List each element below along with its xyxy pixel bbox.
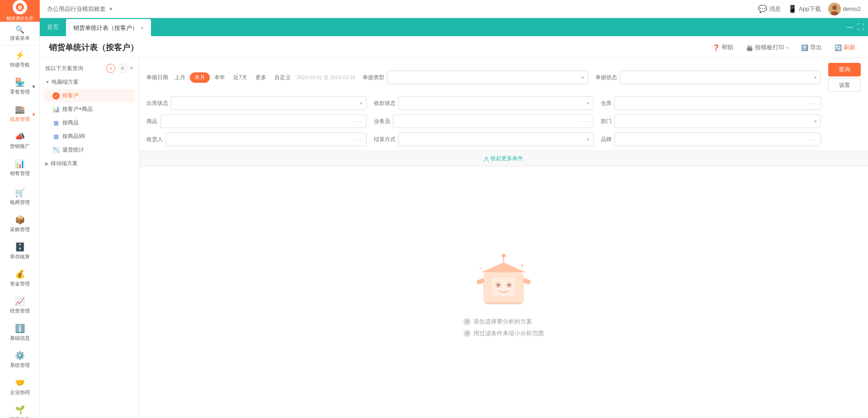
scheme-mobile-arrow-icon: ▶ bbox=[45, 161, 49, 166]
date-tab-custom[interactable]: 自定义 bbox=[271, 72, 294, 83]
svg-rect-8 bbox=[492, 278, 515, 296]
empty-tip-1: ① 请先选择要分析的方案 bbox=[463, 316, 544, 328]
warehouse-control[interactable]: ··· bbox=[614, 96, 821, 110]
mobile-icon: 📱 bbox=[788, 5, 797, 13]
settlement-label: 结算方式 bbox=[374, 136, 396, 143]
receiver-control[interactable]: ··· bbox=[165, 133, 367, 146]
content-body: 按以下方案查询 + ⚙ « ▼ 电脑端方案 ✓ 按客户 bbox=[40, 57, 868, 418]
setting-button[interactable]: 设置 bbox=[828, 78, 861, 92]
sidebar-item-sales[interactable]: 📊 销售管理 bbox=[0, 154, 40, 181]
date-label: 单据日期 bbox=[146, 74, 168, 81]
salesperson-control[interactable]: ··· bbox=[393, 114, 594, 128]
date-tab-7days[interactable]: 近7天 bbox=[230, 72, 251, 83]
tab-maximize-button[interactable]: ⛶ bbox=[857, 23, 864, 31]
scheme-collapse-button[interactable]: « bbox=[130, 64, 133, 73]
scheme-settings-button[interactable]: ⚙ bbox=[118, 64, 127, 73]
sidebar-item-finance[interactable]: 💰 资金管理 bbox=[0, 265, 40, 292]
department-chevron-icon: ▾ bbox=[814, 119, 817, 124]
tab-home[interactable]: 首页 bbox=[40, 18, 66, 36]
collection-control[interactable]: ▾ bbox=[398, 96, 594, 110]
date-tab-this-year[interactable]: 本年 bbox=[211, 72, 229, 83]
scheme-desktop-arrow-icon: ▼ bbox=[45, 80, 50, 85]
empty-tip-2: ② 用过滤条件来缩小分析范围 bbox=[463, 328, 544, 339]
wholesale-arrow-icon: ▲ bbox=[32, 111, 36, 116]
department-control[interactable]: ▾ bbox=[614, 114, 821, 128]
page-header: 销货单统计表（按客户） ❓ 帮助 🖨️ 按模板打印 ▾ ⬆️ 导出 🔄 刷新 bbox=[40, 36, 868, 57]
date-tab-this-month[interactable]: 本月 bbox=[190, 72, 210, 83]
scheme-desktop-header[interactable]: ▼ 电脑端方案 bbox=[43, 76, 135, 89]
collapse-bar[interactable]: ⋀ 收起更多条件 bbox=[139, 151, 868, 166]
export-button[interactable]: ⬆️ 导出 bbox=[797, 42, 826, 53]
svg-point-3 bbox=[832, 5, 837, 10]
goods-label: 商品 bbox=[146, 118, 157, 125]
tab-close-icon[interactable]: × bbox=[141, 25, 144, 31]
status-control[interactable]: ▾ bbox=[620, 71, 821, 84]
scheme-add-button[interactable]: + bbox=[106, 64, 115, 73]
basic-icon: ℹ️ bbox=[15, 323, 25, 333]
tab-sales-stats[interactable]: 销货单统计表（按客户） × bbox=[66, 19, 151, 37]
out-status-chevron-icon: ▾ bbox=[360, 100, 363, 106]
settlement-chevron-icon: ▾ bbox=[587, 137, 590, 142]
settlement-control[interactable]: ▾ bbox=[398, 133, 594, 146]
collapse-up-icon: ⋀ bbox=[484, 156, 489, 162]
app-download-button[interactable]: 📱 App下载 bbox=[788, 5, 821, 13]
sidebar-logo[interactable]: 捷 畅捷通好生意 bbox=[0, 0, 40, 22]
user-profile-button[interactable]: demo2 bbox=[828, 3, 861, 15]
brand-control[interactable]: ··· bbox=[614, 133, 821, 146]
scheme-item-by-goods-99[interactable]: ▦ 按商品99 bbox=[43, 130, 135, 143]
sidebar-item-retail[interactable]: 🏪 零售管理 ▼ bbox=[0, 73, 40, 100]
collection-status-filter: 收款状态 ▾ bbox=[374, 96, 594, 110]
help-button[interactable]: ❓ 帮助 bbox=[709, 42, 737, 53]
sidebar-item-wholesale[interactable]: 🏬 批发管理 ▲ bbox=[0, 100, 40, 127]
type-chevron-icon: ▾ bbox=[581, 75, 584, 81]
logo-icon: 捷 bbox=[13, 0, 27, 14]
refresh-icon: 🔄 bbox=[835, 44, 842, 51]
empty-svg: ✦ ✦ ✦ bbox=[470, 245, 538, 309]
system-icon: ⚙️ bbox=[15, 351, 25, 361]
sidebar-item-enterprise[interactable]: 🤝 企业协同 bbox=[0, 373, 40, 400]
header-right: 💬 消息 📱 App下载 demo2 bbox=[758, 3, 861, 15]
scheme-item-by-customer[interactable]: ✓ 按客户 bbox=[43, 89, 135, 102]
sidebar-item-marketing[interactable]: 📣 营销推广 bbox=[0, 127, 40, 154]
scheme-mobile-header[interactable]: ▶ 移动端方案 bbox=[43, 157, 135, 170]
type-control[interactable]: ▾ bbox=[387, 71, 588, 84]
scheme-item-by-goods[interactable]: ▦ 按商品 bbox=[43, 116, 135, 129]
refresh-button[interactable]: 🔄 刷新 bbox=[831, 42, 859, 53]
scheme-item-by-customer-goods[interactable]: 📊 按客户+商品 bbox=[43, 103, 135, 116]
out-status-filter: 出库状态 ▾ bbox=[146, 96, 367, 110]
query-button[interactable]: 查询 bbox=[828, 63, 861, 76]
filter-row-2: 出库状态 ▾ 收款状态 ▾ 仓库 bbox=[146, 96, 861, 110]
sidebar-item-inventory[interactable]: 🗄️ 库存核算 bbox=[0, 238, 40, 265]
search-menu-button[interactable]: 🔍 搜索菜单 bbox=[0, 22, 40, 46]
sales-icon: 📊 bbox=[15, 159, 25, 169]
dropdown-arrow-icon[interactable]: ▾ bbox=[109, 5, 113, 12]
scheme-table-icon: ▦ bbox=[52, 119, 60, 127]
goods-control[interactable]: ··· bbox=[160, 114, 367, 128]
sidebar-item-quick-nav[interactable]: ⚡ 快捷导航 bbox=[0, 46, 40, 73]
out-status-control[interactable]: ▾ bbox=[171, 96, 367, 110]
tab-minimize-button[interactable]: — bbox=[846, 23, 854, 31]
top-header: 办公用品行业模拟账套 ▾ 💬 消息 📱 App下载 demo2 bbox=[40, 0, 868, 18]
sidebar-item-purchase[interactable]: 📦 采购管理 bbox=[0, 210, 40, 238]
sidebar-item-basic[interactable]: ℹ️ 基础信息 bbox=[0, 319, 40, 346]
empty-illustration: ✦ ✦ ✦ bbox=[470, 245, 538, 309]
template-print-chevron: ▾ bbox=[786, 45, 788, 50]
receiver-label: 收货人 bbox=[146, 136, 163, 143]
receiver-filter: 收货人 ··· bbox=[146, 133, 367, 146]
sidebar-item-newbie[interactable]: 🌱 新手引导 bbox=[0, 400, 40, 418]
main-area: 办公用品行业模拟账套 ▾ 💬 消息 📱 App下载 demo2 首页 bbox=[40, 0, 868, 418]
date-tab-more[interactable]: 更多 bbox=[252, 72, 270, 83]
scheme-desktop-label: 电脑端方案 bbox=[52, 78, 79, 86]
page-content: 销货单统计表（按客户） ❓ 帮助 🖨️ 按模板打印 ▾ ⬆️ 导出 🔄 刷新 bbox=[40, 36, 868, 418]
scheme-item-return-stats[interactable]: 📉 退货统计 bbox=[43, 143, 135, 157]
sidebar-item-operation[interactable]: 📈 经营管理 bbox=[0, 292, 40, 319]
sidebar-item-system[interactable]: ⚙️ 系统管理 bbox=[0, 346, 40, 373]
salesperson-label: 业务员 bbox=[374, 118, 390, 125]
date-tab-last-month[interactable]: 上月 bbox=[171, 72, 189, 83]
messages-button[interactable]: 💬 消息 bbox=[758, 5, 781, 13]
salesperson-dots-icon: ··· bbox=[582, 118, 590, 125]
sidebar-item-ecommerce[interactable]: 🛒 电商管理 bbox=[0, 183, 40, 210]
out-status-label: 出库状态 bbox=[146, 100, 168, 107]
newbie-icon: 🌱 bbox=[15, 405, 25, 415]
template-print-button[interactable]: 🖨️ 按模板打印 ▾ bbox=[742, 42, 792, 53]
